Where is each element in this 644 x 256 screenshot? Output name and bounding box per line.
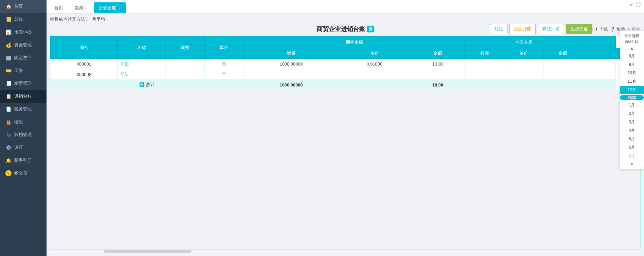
cell-cp-qty-1 bbox=[465, 59, 504, 69]
cell-cp-price-2 bbox=[504, 69, 544, 80]
sidebar-label-closing: 结账 bbox=[14, 119, 23, 125]
table-row: 000001 前缸 只 1000.00000 0.01000 10.00 bbox=[51, 59, 640, 69]
sidebar-item-ledger[interactable]: 📒 总账 bbox=[0, 13, 47, 26]
tab-home[interactable]: 首页 bbox=[49, 2, 68, 13]
cell-cp-price-1 bbox=[504, 59, 544, 69]
member-icon: V bbox=[5, 170, 11, 176]
total-ob-amount: 10.00 bbox=[410, 80, 465, 90]
sidebar-item-settings[interactable]: ⚙️ 设置 bbox=[0, 141, 47, 154]
sidebar-label-settings: 设置 bbox=[14, 145, 23, 151]
generate-voucher-button[interactable]: 生成凭证 bbox=[566, 24, 592, 34]
sub-col-ob-qty: 数量 bbox=[243, 48, 339, 59]
close-button[interactable]: ✕ bbox=[629, 2, 633, 7]
month-scroll-up[interactable]: ▲ bbox=[630, 45, 634, 52]
month-6[interactable]: 6月 bbox=[620, 143, 644, 152]
toolbar: 对账 重新开账 存货别名 生成凭证 ⬇ 下载 ❓ 帮助 ↻ 刷新 bbox=[490, 24, 641, 34]
reports-icon: 📊 bbox=[5, 29, 11, 35]
sidebar-item-salary[interactable]: 💳 工资 bbox=[0, 64, 47, 77]
cost-method-label: 销售成本计算方法： bbox=[50, 16, 89, 22]
page-content: 销售成本计算方法： 月平均 商贸企业进销台账 目 对账 重新开账 存货别名 生成… bbox=[47, 14, 644, 256]
reconcile-button[interactable]: 对账 bbox=[490, 24, 507, 34]
month-4[interactable]: 4月 bbox=[620, 126, 644, 135]
sidebar-item-guide[interactable]: 🔔 新手引导 bbox=[0, 154, 47, 167]
month-panel: 月份选择 2022.12 ▲ 8月 9月 10月 11月 12月 2023 1月… bbox=[620, 30, 644, 169]
total-icon: 合 bbox=[140, 82, 144, 87]
cell-unit-1: 只 bbox=[205, 59, 244, 69]
sidebar-label-member: 畅会员 bbox=[14, 170, 27, 176]
month-3[interactable]: 3月 bbox=[620, 118, 644, 126]
col-extra bbox=[582, 36, 616, 59]
total-extra bbox=[582, 80, 616, 90]
closing-icon: 🔒 bbox=[5, 119, 11, 125]
download-icon: ⬇ bbox=[594, 27, 598, 32]
sidebar-item-closing[interactable]: 🔒 结账 bbox=[0, 116, 47, 128]
month-panel-year-2022: 2022.12 bbox=[625, 39, 639, 45]
sidebar-label-tax: 税务管理 bbox=[14, 106, 32, 112]
sidebar-item-archive[interactable]: 🗂 归档管理 bbox=[0, 128, 47, 141]
month-panel-title: 月份选择 bbox=[624, 32, 639, 39]
maximize-button[interactable]: ⛶ bbox=[636, 2, 641, 7]
month-11[interactable]: 11月 bbox=[620, 77, 644, 86]
tax-icon: 📑 bbox=[5, 106, 11, 112]
total-cp-qty bbox=[465, 80, 504, 90]
tab-purchase-sale-close[interactable]: × bbox=[118, 6, 120, 10]
sidebar-item-purchase-sale[interactable]: 📋 进销台账 bbox=[0, 90, 47, 103]
help-icon: ❓ bbox=[610, 27, 615, 32]
scrollbar-track[interactable] bbox=[104, 250, 192, 253]
month-1[interactable]: 1月 bbox=[620, 101, 644, 109]
cell-code-1: 000001 bbox=[51, 59, 118, 69]
cell-ob-qty-1: 1000.00000 bbox=[243, 59, 339, 69]
sidebar-label-fixed-assets: 固定资产 bbox=[14, 55, 32, 61]
sidebar-item-fixed-assets[interactable]: 🏢 固定资产 bbox=[0, 51, 47, 64]
cell-extra-2 bbox=[582, 69, 616, 80]
tab-bar: 首页 发票 × 进销台账 × bbox=[47, 0, 644, 14]
download-button[interactable]: ⬇ 下载 bbox=[594, 26, 608, 32]
month-7[interactable]: 7月 bbox=[620, 152, 644, 160]
col-unit: 单位 bbox=[205, 36, 244, 59]
sub-col-ob-price: 单价 bbox=[339, 48, 410, 59]
col-code: 编号 bbox=[51, 36, 118, 59]
save-as-button[interactable]: 存货别名 bbox=[538, 24, 564, 34]
fixed-assets-icon: 🏢 bbox=[5, 55, 11, 60]
sidebar-item-reports[interactable]: 📊 报表中心 bbox=[0, 26, 47, 39]
month-scroll-down[interactable]: ▼ bbox=[630, 160, 634, 168]
cell-ob-price-2 bbox=[339, 69, 410, 80]
col-opening-balance: 期初余额 bbox=[243, 36, 465, 48]
month-9[interactable]: 9月 bbox=[620, 60, 644, 69]
tab-purchase-sale-label: 进销台账 bbox=[99, 5, 116, 11]
cell-unit-2: 个 bbox=[205, 69, 244, 80]
title-bar: 商贸企业进销台账 目 对账 重新开账 存货别名 生成凭证 ⬇ 下载 ❓ 帮助 ↻ bbox=[50, 25, 641, 33]
month-5[interactable]: 5月 bbox=[620, 135, 644, 143]
tab-purchase-sale[interactable]: 进销台账 × bbox=[94, 2, 125, 13]
month-8[interactable]: 8月 bbox=[620, 52, 644, 60]
sidebar-item-tax[interactable]: 📑 税务管理 bbox=[0, 103, 47, 116]
sub-col-cp-qty: 数量 bbox=[465, 48, 504, 59]
cell-ob-amount-2 bbox=[410, 69, 465, 80]
total-ob-qty: 1000.00000 bbox=[243, 80, 339, 90]
cell-spec-1 bbox=[166, 59, 205, 69]
data-table-wrapper[interactable]: 编号 名称 规格 单位 期初余额 本期入库 数量 单价 金额 数量 单价 bbox=[50, 36, 641, 249]
main-area: 首页 发票 × 进销台账 × 销售成本计算方法： 月平均 商贸企业进销台账 目 … bbox=[47, 0, 644, 256]
month-2[interactable]: 2月 bbox=[620, 109, 644, 118]
tab-invoice[interactable]: 发票 × bbox=[69, 2, 92, 13]
month-10[interactable]: 10月 bbox=[620, 69, 644, 77]
total-label-text: 合计 bbox=[146, 82, 154, 88]
scrollbar-area[interactable] bbox=[50, 249, 641, 253]
sub-col-ob-amount: 金额 bbox=[410, 48, 465, 59]
salary-icon: 💳 bbox=[5, 68, 11, 73]
sidebar-label-invoice-mgmt: 发票管理 bbox=[14, 80, 32, 86]
sub-col-cp-amount: 金额 bbox=[543, 48, 582, 59]
home-icon: 🏠 bbox=[5, 4, 11, 9]
sidebar-label-ledger: 总账 bbox=[14, 16, 23, 22]
sidebar-item-invoice-mgmt[interactable]: 🧾 发票管理 bbox=[0, 77, 47, 90]
sidebar-item-member[interactable]: V 畅会员 bbox=[0, 167, 47, 180]
cell-ob-price-1: 0.01000 bbox=[339, 59, 410, 69]
cell-cp-qty-2 bbox=[465, 69, 504, 80]
sidebar-item-funds[interactable]: 💰 资金管理 bbox=[0, 39, 47, 51]
tab-invoice-close[interactable]: × bbox=[85, 6, 87, 10]
cell-name-2[interactable]: 前缸 bbox=[118, 69, 166, 80]
cell-spec-2 bbox=[166, 69, 205, 80]
reopen-button[interactable]: 重新开账 bbox=[509, 24, 536, 34]
sidebar-item-home[interactable]: 🏠 首页 bbox=[0, 0, 47, 13]
month-12[interactable]: 12月 bbox=[620, 86, 644, 94]
